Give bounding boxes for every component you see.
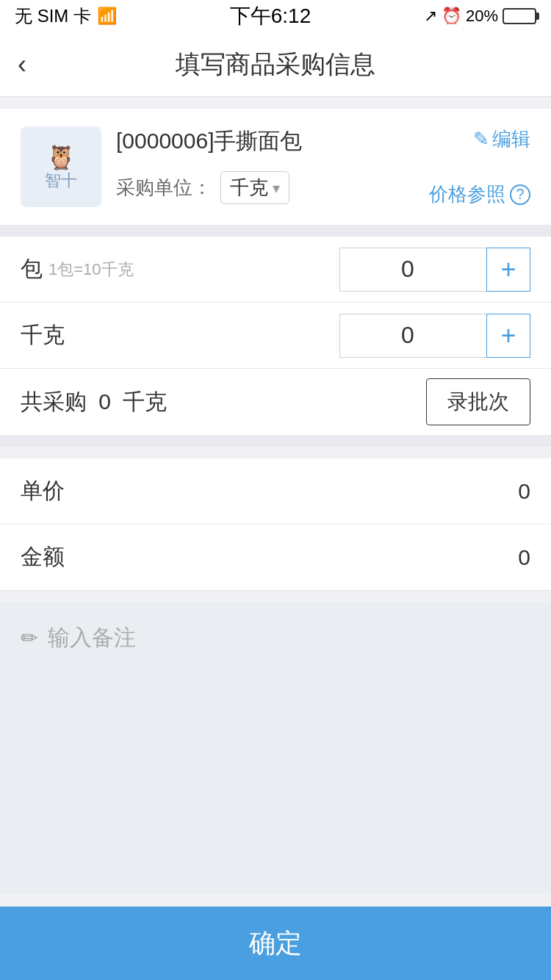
confirm-bar: 确定	[0, 907, 551, 980]
kg-quantity-input[interactable]	[339, 314, 486, 358]
section-divider-2	[0, 435, 551, 447]
edit-icon: ✎	[473, 128, 489, 151]
bag-plus-button[interactable]: +	[486, 248, 530, 292]
logo-text: 智十	[45, 171, 77, 190]
back-button[interactable]: ‹	[18, 49, 26, 80]
product-logo: 🦉 智十	[45, 143, 77, 191]
unit-price-value: 0	[518, 479, 530, 504]
pencil-icon: ✏	[21, 626, 37, 650]
bag-sublabel: 1包=10千克	[48, 259, 134, 281]
summary-text: 共采购 0 千克	[21, 387, 167, 417]
bag-label: 包	[21, 254, 43, 284]
page-title: 填写商品采购信息	[176, 48, 375, 82]
bottom-space	[0, 674, 551, 894]
price-ref-label: 价格参照	[429, 181, 505, 207]
status-bar: 无 SIM 卡 📶 下午6:12 ↗ ⏰ 20%	[0, 0, 551, 32]
kg-input-right: +	[339, 314, 530, 358]
price-reference-button[interactable]: 价格参照 ?	[429, 181, 530, 207]
product-name: [0000006]手撕面包	[116, 126, 530, 156]
bag-quantity-input[interactable]	[339, 248, 486, 292]
product-card: 🦉 智十 [0000006]手撕面包 采购单位： 千克 ▾ ✎ 编辑 价格参照 …	[0, 109, 551, 225]
batch-record-button[interactable]: 录批次	[426, 378, 530, 425]
battery-icon	[503, 8, 536, 24]
amount-row: 金额 0	[0, 525, 551, 591]
confirm-button[interactable]: 确定	[249, 926, 302, 962]
unit-label: 采购单位：	[116, 175, 212, 201]
bag-input-right: +	[339, 248, 530, 292]
summary-label: 共采购	[21, 389, 87, 414]
status-left: 无 SIM 卡 📶	[15, 4, 117, 28]
amount-label: 金额	[21, 542, 65, 572]
summary-value: 0	[98, 389, 111, 414]
kg-input-row: 千克 +	[0, 303, 551, 369]
chevron-down-icon: ▾	[273, 179, 280, 197]
price-section: 单价 0 金额 0	[0, 458, 551, 591]
battery-percent: 20%	[466, 7, 498, 26]
remark-section[interactable]: ✏ 输入备注	[0, 602, 551, 674]
kg-label: 千克	[21, 320, 65, 350]
kg-plus-button[interactable]: +	[486, 314, 530, 358]
location-icon: ↗	[424, 7, 437, 26]
section-divider-1	[0, 225, 551, 237]
unit-value: 千克	[230, 175, 268, 201]
summary-unit: 千克	[123, 389, 167, 414]
wifi-icon: 📶	[97, 7, 117, 26]
status-right: ↗ ⏰ 20%	[424, 7, 536, 26]
unit-price-label: 单价	[21, 476, 65, 506]
remark-input[interactable]: 输入备注	[48, 623, 136, 653]
unit-price-row: 单价 0	[0, 458, 551, 525]
amount-value: 0	[518, 545, 530, 570]
product-thumbnail: 🦉 智十	[21, 126, 101, 207]
edit-label: 编辑	[492, 126, 530, 152]
summary-row: 共采购 0 千克 录批次	[0, 369, 551, 435]
edit-button[interactable]: ✎ 编辑	[473, 126, 530, 152]
status-time: 下午6:12	[230, 2, 311, 30]
info-icon: ?	[510, 184, 530, 205]
bag-input-row: 包 1包=10千克 +	[0, 237, 551, 303]
sim-label: 无 SIM 卡	[15, 4, 91, 28]
unit-selector[interactable]: 千克 ▾	[220, 171, 289, 204]
nav-bar: ‹ 填写商品采购信息	[0, 32, 551, 97]
alarm-icon: ⏰	[442, 7, 461, 26]
quantity-section: 包 1包=10千克 + 千克 +	[0, 237, 551, 369]
